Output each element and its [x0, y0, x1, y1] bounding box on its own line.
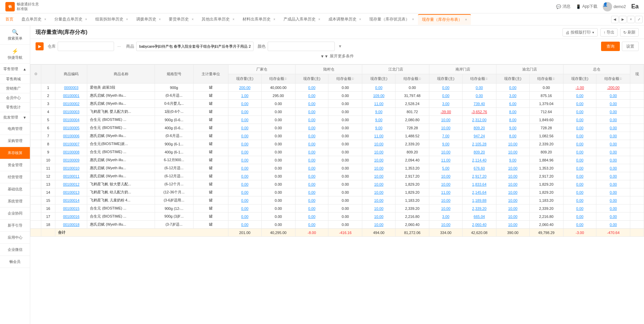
- close-tab-combo[interactable]: ×: [126, 17, 128, 21]
- cell-code[interactable]: 00100010: [55, 164, 87, 172]
- sidebar-item-inventory[interactable]: 库存核算: [0, 147, 30, 159]
- cell-yubei-qty[interactable]: 9.00: [496, 124, 529, 132]
- cell-nanan-qty[interactable]: 7.00: [429, 132, 463, 140]
- tab-transfer[interactable]: 调拨单历史 ×: [132, 14, 165, 25]
- cell-lucun-qty[interactable]: 0.00: [295, 196, 328, 204]
- sidebar-item-finance[interactable]: 资金管理: [0, 159, 30, 171]
- cell-factory-qty[interactable]: 0.00: [228, 204, 261, 213]
- btn-print[interactable]: 🖨 按模版打印 ▼: [562, 28, 598, 37]
- cell-lucun-qty[interactable]: 0.00: [295, 156, 328, 164]
- cell-code[interactable]: 00100002: [55, 100, 87, 108]
- cell-factory-qty[interactable]: 0.00: [228, 221, 261, 229]
- tab-purchase-order[interactable]: 要货单历史 ×: [165, 14, 198, 25]
- cell-yubei-qty[interactable]: 10.00: [496, 164, 529, 172]
- cell-total-qty[interactable]: 0.00: [563, 221, 596, 229]
- cell-yubei-qty[interactable]: 10.00: [496, 213, 529, 221]
- cell-nanan-qty[interactable]: 10.00: [429, 124, 463, 132]
- cell-yubei-qty[interactable]: 8.00: [496, 132, 529, 140]
- cell-nanan-qty[interactable]: 0.00: [429, 84, 463, 92]
- message-btn[interactable]: 💬 消息: [556, 4, 571, 9]
- cell-lucun-qty[interactable]: 0.00: [295, 100, 328, 108]
- cell-factory-qty[interactable]: 0.00: [228, 148, 261, 156]
- close-tab-inventory-single[interactable]: ×: [44, 17, 46, 21]
- cell-lucun-qty[interactable]: 0.00: [295, 116, 328, 124]
- expand-conditions-btn[interactable]: ▼▼ 展开更多条件: [318, 52, 357, 60]
- sidebar-item-search[interactable]: 🔍 搜索英单: [0, 26, 30, 45]
- cell-factory-qty[interactable]: 0.00: [228, 100, 261, 108]
- cell-factory-qty[interactable]: 0.00: [228, 196, 261, 204]
- sidebar-item-purchase[interactable]: 采购管理: [0, 135, 30, 147]
- btn-query[interactable]: 查询: [601, 42, 620, 51]
- cell-jiangbei-qty[interactable]: 10.00: [362, 172, 395, 180]
- cell-total-qty[interactable]: -1.00: [563, 84, 596, 92]
- cell-total-qty[interactable]: 0.00: [563, 92, 596, 100]
- info-icon-3[interactable]: ①: [418, 77, 421, 81]
- cell-total-qty[interactable]: 0.00: [563, 213, 596, 221]
- cell-jiangbei-qty[interactable]: 11.00: [362, 100, 395, 108]
- cell-lucun-qty[interactable]: 0.00: [295, 132, 328, 140]
- cell-jiangbei-qty[interactable]: 10.00: [362, 196, 395, 204]
- close-tab-other-out[interactable]: ×: [232, 17, 234, 21]
- cell-total-qty[interactable]: 0.00: [563, 204, 596, 213]
- btn-refresh[interactable]: ↻ 刷新: [620, 28, 639, 37]
- cell-nanan-qty[interactable]: 10.00: [429, 204, 463, 213]
- cell-jiangbei-qty[interactable]: 11.00: [362, 132, 395, 140]
- tab-inventory-single[interactable]: 盘点单历史 ×: [17, 14, 50, 25]
- sidebar-item-marketing[interactable]: 营销推广: [0, 84, 30, 93]
- close-tab-cost-adjust[interactable]: ×: [359, 17, 361, 21]
- info-icon-4[interactable]: ①: [485, 77, 488, 81]
- tab-cost-adjust[interactable]: 成本调整单历史 ×: [324, 14, 365, 25]
- cell-lucun-qty[interactable]: 0.00: [295, 172, 328, 180]
- cell-jiangbei-qty[interactable]: 9.00: [362, 108, 395, 116]
- cell-code[interactable]: 00100016: [55, 213, 87, 221]
- cell-yubei-qty[interactable]: 10.00: [496, 140, 529, 148]
- cell-lucun-qty[interactable]: 0.00: [295, 213, 328, 221]
- cell-lucun-qty[interactable]: 0.00: [295, 84, 328, 92]
- nav-close[interactable]: ×: [627, 16, 635, 23]
- cell-factory-qty[interactable]: 0.00: [228, 116, 261, 124]
- sidebar-item-system[interactable]: 系统管理: [0, 195, 30, 207]
- cell-lucun-qty[interactable]: 0.00: [295, 92, 328, 100]
- cell-jiangbei-qty[interactable]: 9.00: [362, 116, 395, 124]
- cell-jiangbei-qty[interactable]: 10.00: [362, 140, 395, 148]
- info-icon-2[interactable]: ①: [351, 77, 354, 81]
- cell-jiangbei-qty[interactable]: 10.00: [362, 180, 395, 188]
- cell-jiangbei-qty[interactable]: 109.00: [362, 92, 395, 100]
- cell-jiangbei-qty[interactable]: 10.00: [362, 188, 395, 196]
- cell-total-qty[interactable]: 0.00: [563, 156, 596, 164]
- cell-jiangbei-qty[interactable]: 10.00: [362, 213, 395, 221]
- cell-code[interactable]: 00100015: [55, 204, 87, 213]
- cell-code[interactable]: 00100006: [55, 132, 87, 140]
- cell-nanan-qty[interactable]: 10.00: [429, 172, 463, 180]
- cell-code[interactable]: 00100013: [55, 188, 87, 196]
- cell-total-qty[interactable]: 0.00: [563, 132, 596, 140]
- tab-material-out[interactable]: 材料出库单历史 ×: [238, 14, 279, 25]
- cell-nanan-qty[interactable]: 10.00: [429, 148, 463, 156]
- color-dropdown-icon[interactable]: ▼: [338, 44, 342, 49]
- close-tab-transfer[interactable]: ×: [159, 17, 161, 21]
- cell-nanan-qty[interactable]: 3.00: [429, 213, 463, 221]
- cell-yubei-qty[interactable]: 10.00: [496, 204, 529, 213]
- close-tab-stock-dist[interactable]: ×: [465, 18, 467, 21]
- sidebar-item-wechat[interactable]: 企业微信: [0, 244, 30, 256]
- info-icon-5[interactable]: ①: [552, 77, 555, 81]
- cell-lucun-qty[interactable]: 0.00: [295, 140, 328, 148]
- cell-lucun-qty[interactable]: 0.00: [295, 164, 328, 172]
- tab-stock-status[interactable]: 现存量（库存状况表） ×: [365, 14, 418, 25]
- cell-total-qty[interactable]: 0.00: [563, 188, 596, 196]
- cell-nanan-qty[interactable]: 11.00: [429, 156, 463, 164]
- close-tab-branch[interactable]: ×: [85, 17, 87, 21]
- app-download-btn[interactable]: 📱 App下载: [576, 4, 597, 9]
- warehouse-input[interactable]: [58, 42, 114, 51]
- cell-yubei-qty[interactable]: 10.00: [496, 188, 529, 196]
- info-icon-1[interactable]: ①: [284, 77, 287, 81]
- cell-factory-qty[interactable]: 0.00: [228, 188, 261, 196]
- cell-yubei-qty[interactable]: 0.00: [496, 84, 529, 92]
- cell-factory-qty[interactable]: 0.00: [228, 124, 261, 132]
- cell-total-qty[interactable]: 0.00: [563, 164, 596, 172]
- close-tab-material-out[interactable]: ×: [273, 17, 275, 21]
- warehouse-more-btn[interactable]: ···: [116, 44, 122, 49]
- cell-yubei-qty[interactable]: 8.00: [496, 116, 529, 124]
- cell-yubei-qty[interactable]: 10.00: [496, 172, 529, 180]
- cell-lucun-qty[interactable]: 0.00: [295, 188, 328, 196]
